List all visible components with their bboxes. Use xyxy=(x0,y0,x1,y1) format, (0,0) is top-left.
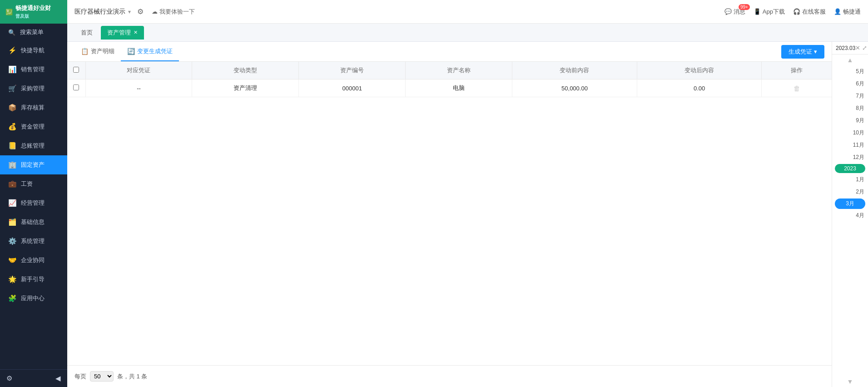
table-header-before-change: 变动前内容 xyxy=(512,62,637,79)
sidebar-item-enterprise[interactable]: 🤝 企业协同 xyxy=(0,251,67,270)
sidebar-item-ledger[interactable]: 📒 总账管理 xyxy=(0,136,67,155)
app-download-label: App下载 xyxy=(763,8,785,16)
sidebar-item-basics[interactable]: 🗂️ 基础信息 xyxy=(0,213,67,232)
cal-month-2022-08[interactable]: 8月 xyxy=(832,102,868,114)
sidebar-item-operations[interactable]: 📈 经营管理 xyxy=(0,194,67,213)
generate-voucher-button[interactable]: 生成凭证 ▾ xyxy=(781,45,824,59)
calendar-year-month: 2023.03 xyxy=(836,45,855,51)
company-selector[interactable]: 医疗器械行业演示 ▾ xyxy=(74,8,131,16)
app-logo: 💹 畅捷通好业财 普及版 xyxy=(0,0,67,24)
cal-month-2022-12[interactable]: 12月 xyxy=(832,151,868,164)
cal-month-2023-01[interactable]: 1月 xyxy=(832,174,868,186)
sidebar-item-label: 库存核算 xyxy=(21,104,45,112)
row-checkbox[interactable] xyxy=(73,84,79,90)
cal-month-2023-02[interactable]: 2月 xyxy=(832,186,868,198)
sales-icon: 📊 xyxy=(8,65,16,74)
sidebar-item-label: 工资 xyxy=(21,180,33,188)
active-tab-label: 资产管理 xyxy=(107,29,131,37)
sub-tab-change-voucher[interactable]: 🔄 变更生成凭证 xyxy=(121,42,179,61)
app-edition: 普及版 xyxy=(15,13,51,20)
company-dropdown-icon[interactable]: ▾ xyxy=(128,9,131,15)
cal-month-2023-04[interactable]: 4月 xyxy=(832,209,868,222)
row-before-change: 50,000.00 xyxy=(512,79,637,97)
app-download-button[interactable]: 📱 App下载 xyxy=(754,8,785,16)
online-service-button[interactable]: 🎧 在线客服 xyxy=(793,8,826,16)
cal-month-2022-05[interactable]: 5月 xyxy=(832,65,868,78)
app-download-icon: 📱 xyxy=(754,8,761,15)
home-tab-label: 首页 xyxy=(81,29,93,37)
calendar-scroll-up[interactable]: ▲ xyxy=(832,55,868,65)
company-name: 医疗器械行业演示 xyxy=(74,8,125,16)
cal-month-2022-11[interactable]: 11月 xyxy=(832,139,868,151)
user-icon: 👤 xyxy=(834,8,841,15)
tab-close-icon[interactable]: ✕ xyxy=(134,30,138,35)
sidebar-bottom: ⚙ ◀ xyxy=(0,369,67,387)
logo-icon: 💹 xyxy=(5,9,13,15)
select-all-checkbox[interactable] xyxy=(73,67,79,73)
calendar-close-icon[interactable]: ✕ xyxy=(855,45,860,51)
calendar-months: 5月 6月 7月 8月 9月 10月 11月 12月 2023 1月 2月 3月… xyxy=(832,65,868,376)
messages-badge: 99+ xyxy=(739,4,750,10)
sidebar-item-finance[interactable]: 💰 资金管理 xyxy=(0,117,67,136)
calendar-expand-icon[interactable]: ⤢ xyxy=(862,45,867,51)
cal-year-2023: 2023 xyxy=(835,164,865,173)
sidebar-item-label: 经营管理 xyxy=(21,199,45,207)
sub-tab-label: 变更生成凭证 xyxy=(137,47,173,55)
message-icon: 💬 xyxy=(724,8,732,15)
sidebar-item-purchase[interactable]: 🛒 采购管理 xyxy=(0,79,67,98)
page-panel: 📋 资产明细 🔄 变更生成凭证 生成凭证 ▾ xyxy=(67,42,832,387)
quick-nav-icon: ⚡ xyxy=(8,46,16,55)
tab-home[interactable]: 首页 xyxy=(74,26,99,40)
sidebar-scroll: 🔍 搜索菜单 ⚡ 快捷导航 📊 销售管理 🛒 采购管理 📦 库存核算 💰 资金管… xyxy=(0,24,67,369)
operations-icon: 📈 xyxy=(8,199,16,207)
sidebar-item-label: 新手引导 xyxy=(21,275,45,283)
table-header-change-type: 变动类型 xyxy=(192,62,299,79)
cal-month-2022-06[interactable]: 6月 xyxy=(832,78,868,90)
sidebar-item-label: 企业协同 xyxy=(21,256,45,264)
per-page-select[interactable]: 50 10 20 100 xyxy=(90,371,114,382)
sidebar-item-quick-nav[interactable]: ⚡ 快捷导航 xyxy=(0,41,67,60)
calendar-scroll-down[interactable]: ▼ xyxy=(832,376,868,387)
sidebar: 💹 畅捷通好业财 普及版 🔍 搜索菜单 ⚡ 快捷导航 📊 销售管理 🛒 采购管理 xyxy=(0,0,67,387)
user-button[interactable]: 👤 畅捷通 xyxy=(834,8,861,16)
sub-tab-asset-detail[interactable]: 📋 资产明细 xyxy=(74,42,121,61)
messages-button[interactable]: 💬 消息 99+ xyxy=(724,8,745,16)
finance-icon: 💰 xyxy=(8,123,16,131)
sidebar-item-inventory[interactable]: 📦 库存核算 xyxy=(0,98,67,117)
enterprise-icon: 🤝 xyxy=(8,256,16,264)
cal-month-2023-03[interactable]: 3月 xyxy=(835,198,865,209)
calendar-header: 2023.03 ✕ ⤢ xyxy=(832,42,868,55)
settings-gear-icon[interactable]: ⚙ xyxy=(137,7,144,16)
asset-detail-icon: 📋 xyxy=(81,48,89,55)
cal-month-2022-07[interactable]: 7月 xyxy=(832,90,868,102)
cal-month-2022-09[interactable]: 9月 xyxy=(832,114,868,127)
online-service-label: 在线客服 xyxy=(802,8,826,16)
sidebar-item-app-center[interactable]: 🧩 应用中心 xyxy=(0,289,67,308)
collapse-icon[interactable]: ◀ xyxy=(55,374,61,382)
table-row: -- 资产清理 000001 电脑 50,000.00 0.00 🗑 xyxy=(67,79,832,97)
generate-voucher-label: 生成凭证 xyxy=(789,48,812,56)
sidebar-item-label: 销售管理 xyxy=(21,65,45,74)
table-wrapper: 对应凭证 变动类型 资产编号 资产名称 变动前内容 变动后内容 操作 xyxy=(67,62,832,365)
sidebar-item-system[interactable]: ⚙️ 系统管理 xyxy=(0,232,67,251)
settings-icon[interactable]: ⚙ xyxy=(6,374,12,382)
tab-asset-management[interactable]: 资产管理 ✕ xyxy=(101,26,144,40)
sidebar-item-guide[interactable]: 🌟 新手引导 xyxy=(0,270,67,289)
delete-button[interactable]: 🗑 xyxy=(794,84,800,92)
asset-table: 对应凭证 变动类型 资产编号 资产名称 变动前内容 变动后内容 操作 xyxy=(67,62,832,97)
experience-button[interactable]: ☁ 我要体验一下 xyxy=(152,8,195,16)
sidebar-item-search[interactable]: 🔍 搜索菜单 xyxy=(0,24,67,41)
cal-month-2022-10[interactable]: 10月 xyxy=(832,127,868,139)
row-change-type: 资产清理 xyxy=(192,79,299,97)
sidebar-item-fixed-assets[interactable]: 🏢 固定资产 xyxy=(0,155,67,174)
generate-dropdown-icon: ▾ xyxy=(814,48,817,55)
sidebar-item-payroll[interactable]: 💼 工资 xyxy=(0,174,67,194)
sidebar-item-label: 快捷导航 xyxy=(21,46,45,55)
sub-tab-actions: 生成凭证 ▾ xyxy=(781,45,824,59)
per-page-label: 每页 xyxy=(74,372,86,381)
total-records-text: 条，共 1 条 xyxy=(117,372,147,381)
service-icon: 🎧 xyxy=(793,8,800,15)
app-name: 畅捷通好业财 xyxy=(15,4,51,12)
sidebar-item-label: 资金管理 xyxy=(21,123,45,131)
sidebar-item-sales[interactable]: 📊 销售管理 xyxy=(0,60,67,79)
